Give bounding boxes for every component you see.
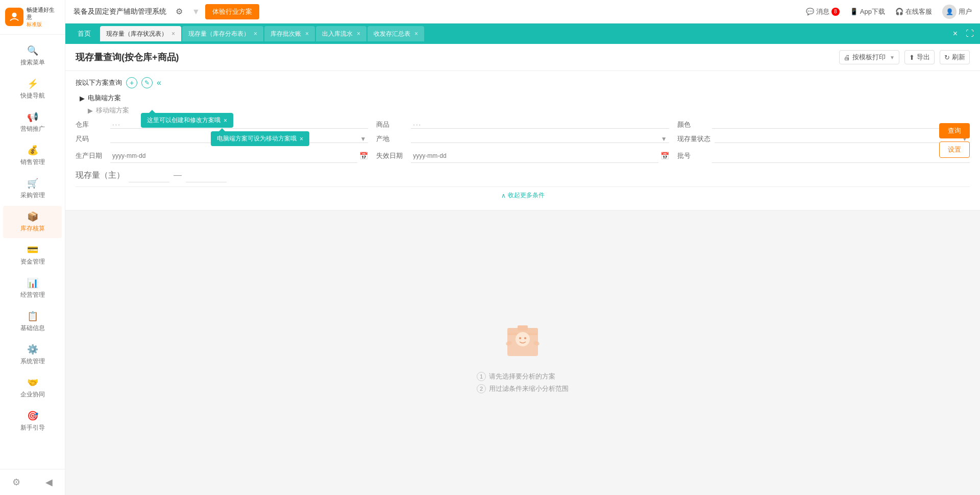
filter-header: 按以下方案查询 + ✎ « xyxy=(76,77,970,88)
add-scheme-btn[interactable]: + xyxy=(126,77,137,88)
tab-batch-account[interactable]: 库存批次账 × xyxy=(264,26,315,41)
avatar: 👤 xyxy=(942,5,957,19)
tab-inventory-dist[interactable]: 现存量（库存分布表） × xyxy=(182,26,263,41)
online-support-label: 在线客服 xyxy=(905,7,932,16)
print-dropdown-icon: ▼ xyxy=(890,55,895,60)
sidebar-item-label: 资金管理 xyxy=(20,257,45,266)
message-btn[interactable]: 💬 消息 8 xyxy=(806,7,840,16)
step-1-num: 1 xyxy=(477,372,486,381)
filter-label: 按以下方案查询 xyxy=(76,78,122,87)
create-scheme-text: 这里可以创建和修改方案哦 xyxy=(147,116,220,125)
reset-btn[interactable]: 设置 xyxy=(939,142,970,158)
logo-icon xyxy=(5,8,23,26)
batch-no-input[interactable] xyxy=(712,149,970,163)
settings-bottom-btn[interactable]: ⚙ xyxy=(8,475,24,490)
header-settings-btn[interactable]: ⚙ xyxy=(172,4,187,19)
size-dropdown-icon: ▼ xyxy=(360,135,366,143)
sidebar-nav: 🔍 搜索菜单 ⚡ 快捷导航 📢 营销推广 💰 销售管理 🛒 采购管理 📦 库存核… xyxy=(0,35,65,469)
sidebar-item-label: 经营管理 xyxy=(20,291,45,299)
edit-scheme-btn[interactable]: ✎ xyxy=(141,77,153,88)
inventory-min-input[interactable] xyxy=(129,168,169,182)
tooltip-close-btn[interactable]: × xyxy=(224,117,227,124)
refresh-btn[interactable]: ↻ 刷新 xyxy=(940,50,970,64)
batch-no-label: 批号 xyxy=(677,151,708,160)
prev-scheme-btn[interactable]: « xyxy=(157,78,161,87)
tab-fullscreen-btn[interactable]: ⛶ xyxy=(964,28,976,39)
sidebar-item-sales[interactable]: 💰 销售管理 xyxy=(3,139,62,172)
sidebar-item-inventory[interactable]: 📦 库存核算 xyxy=(3,206,62,238)
calendar-icon-start[interactable]: 📅 xyxy=(359,152,368,160)
sidebar-item-search[interactable]: 🔍 搜索菜单 xyxy=(3,40,62,72)
system-icon: ⚙️ xyxy=(27,344,38,355)
tab-close-btn[interactable]: × xyxy=(254,30,257,37)
user-label: 用户 xyxy=(959,7,972,16)
origin-field: 产地 ▼ xyxy=(376,134,669,144)
empty-step-1-text: 请先选择要分析的方案 xyxy=(489,372,555,381)
tab-close-all-btn[interactable]: × xyxy=(951,28,960,39)
stock-status-field: 现存量状态 ▼ xyxy=(677,134,970,144)
tab-inout-flow[interactable]: 出入库流水 × xyxy=(316,26,366,41)
create-scheme-tooltip: 这里可以创建和修改方案哦 × xyxy=(141,113,233,128)
scheme-tooltip-popup: 电脑端方案可设为移动方案哦 × xyxy=(211,131,309,146)
tab-close-btn[interactable]: × xyxy=(414,30,418,37)
content-area: 现存量查询(按仓库+商品) 🖨 按模板打印 ▼ ⬆ 导出 ↻ 刷新 xyxy=(65,44,980,495)
sidebar-item-quick-nav[interactable]: ⚡ 快捷导航 xyxy=(3,73,62,105)
sidebar-item-base-info[interactable]: 📋 基础信息 xyxy=(3,305,62,338)
marketing-icon: 📢 xyxy=(27,111,38,123)
user-menu[interactable]: 👤 用户 xyxy=(942,5,972,19)
sidebar-item-label: 库存核算 xyxy=(20,224,45,233)
print-btn[interactable]: 🖨 按模板打印 ▼ xyxy=(839,50,899,64)
sidebar-item-label: 基础信息 xyxy=(20,324,45,333)
tab-close-btn[interactable]: × xyxy=(305,30,309,37)
svg-point-0 xyxy=(12,13,16,17)
inventory-separator: — xyxy=(174,171,182,180)
production-date-range: 📅 xyxy=(110,149,368,163)
filter-area: 按以下方案查询 + ✎ « ▶ 电脑端方案 ▶ 移动端方案 电脑端方案可设为移动… xyxy=(65,71,980,210)
desktop-scheme-item[interactable]: ▶ 电脑端方案 xyxy=(80,93,970,103)
sidebar-item-operations[interactable]: 📊 经营管理 xyxy=(3,272,62,304)
sidebar-item-guide[interactable]: 🎯 新手引导 xyxy=(3,405,62,437)
tab-inventory-status[interactable]: 现存量（库存状况表） × xyxy=(100,26,181,41)
page-header: 现存量查询(按仓库+商品) 🖨 按模板打印 ▼ ⬆ 导出 ↻ 刷新 xyxy=(65,44,980,71)
message-label: 消息 xyxy=(816,7,829,16)
chevron-up-icon: ∧ xyxy=(501,192,506,199)
page-actions: 🖨 按模板打印 ▼ ⬆ 导出 ↻ 刷新 xyxy=(839,50,970,64)
collapse-more-btn[interactable]: ∧ 收起更多条件 xyxy=(76,186,970,204)
color-field: 颜色 ▼ xyxy=(677,120,970,129)
calendar-icon-expiry[interactable]: 📅 xyxy=(660,152,669,160)
sidebar-item-system[interactable]: ⚙️ 系统管理 xyxy=(3,339,62,371)
enterprise-icon: 🤝 xyxy=(27,377,38,388)
color-label: 颜色 xyxy=(677,120,708,129)
phone-icon: 📱 xyxy=(850,8,858,15)
page-title: 现存量查询(按仓库+商品) xyxy=(76,51,179,63)
sidebar-item-finance[interactable]: 💳 资金管理 xyxy=(3,239,62,271)
top-header: 装备及固定资产辅助管理系统 ⚙ ▼ 体验行业方案 💬 消息 8 📱 App下载 … xyxy=(65,0,980,23)
svg-rect-3 xyxy=(518,325,528,331)
search-btn[interactable]: 查询 xyxy=(939,123,970,138)
search-icon: 🔍 xyxy=(27,45,38,56)
empty-state: 1 请先选择要分析的方案 2 用过滤条件来缩小分析范围 xyxy=(65,210,980,495)
sidebar-item-purchase[interactable]: 🛒 采购管理 xyxy=(3,173,62,205)
sidebar-item-label: 企业协同 xyxy=(20,390,45,399)
warehouse-label: 仓库 xyxy=(76,120,106,129)
expiry-date-start[interactable] xyxy=(411,149,658,163)
tab-summary[interactable]: 收发存汇总表 × xyxy=(368,26,424,41)
tab-home[interactable]: 首页 xyxy=(69,23,99,44)
sidebar-item-enterprise[interactable]: 🤝 企业协同 xyxy=(3,372,62,404)
online-support-btn[interactable]: 🎧 在线客服 xyxy=(895,7,932,16)
quick-nav-icon: ⚡ xyxy=(27,78,38,89)
inventory-max-input[interactable] xyxy=(186,168,227,182)
sidebar-item-marketing[interactable]: 📢 营销推广 xyxy=(3,106,62,138)
production-date-start[interactable] xyxy=(110,149,357,163)
sidebar-item-label: 搜索菜单 xyxy=(20,58,45,67)
app-download-btn[interactable]: 📱 App下载 xyxy=(850,7,885,16)
scheme-tooltip-close[interactable]: × xyxy=(300,135,303,143)
industry-btn[interactable]: 体验行业方案 xyxy=(205,4,259,19)
export-btn[interactable]: ⬆ 导出 xyxy=(904,50,935,64)
tab-close-btn[interactable]: × xyxy=(172,30,175,37)
tab-close-btn[interactable]: × xyxy=(357,30,360,37)
filter-row-3: 生产日期 📅 失效日期 📅 批号 xyxy=(76,149,970,163)
finance-icon: 💳 xyxy=(27,244,38,255)
sidebar-item-label: 采购管理 xyxy=(20,191,45,200)
collapse-sidebar-btn[interactable]: ◀ xyxy=(41,475,57,490)
